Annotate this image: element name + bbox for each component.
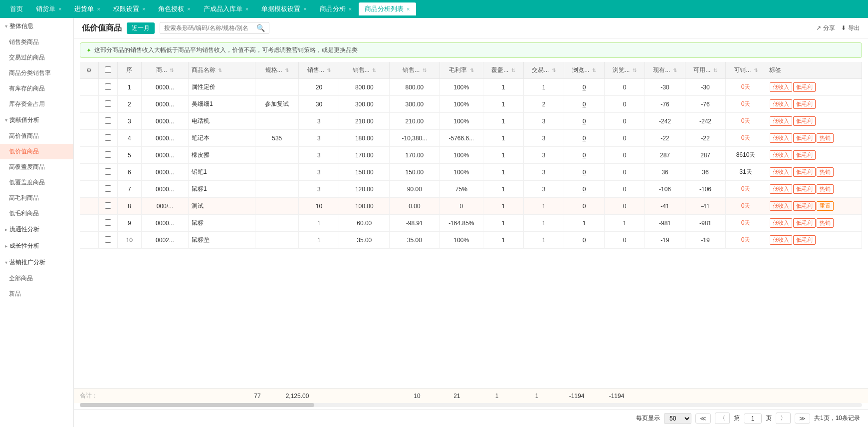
sidebar-section-marketing[interactable]: ▾ 营销推广分析	[0, 254, 73, 271]
row-browse1[interactable]: 0	[564, 96, 604, 113]
sidebar-section-overview[interactable]: ▾ 整体信息	[0, 18, 73, 34]
col-header-browse2[interactable]: 浏览... ⇅	[604, 62, 645, 79]
row-check[interactable]	[99, 130, 118, 147]
row-checkbox[interactable]	[105, 236, 111, 243]
prev-page-button[interactable]: 〈	[715, 413, 730, 424]
gear-icon[interactable]: ⚙	[86, 67, 92, 74]
row-check[interactable]	[99, 198, 118, 215]
page-size-select[interactable]: 50 100 200	[664, 413, 691, 424]
nav-home[interactable]: 首页	[4, 2, 29, 15]
row-checkbox[interactable]	[105, 134, 111, 141]
browse-link[interactable]: 0	[583, 203, 586, 210]
nav-warehouse-close[interactable]: ×	[245, 6, 248, 12]
nav-analysis[interactable]: 商品分析 ×	[314, 2, 358, 15]
row-check[interactable]	[99, 79, 118, 96]
sidebar-item-category-sales[interactable]: 商品分类销售率	[0, 65, 73, 81]
sidebar-item-all-goods[interactable]: 全部商品	[0, 271, 73, 286]
sidebar-item-stock-goods[interactable]: 有库存的商品	[0, 81, 73, 96]
col-header-name[interactable]: 商品名称 ⇅	[188, 62, 255, 79]
nav-role-close[interactable]: ×	[187, 6, 190, 12]
nav-analysis-list[interactable]: 商品分析列表 ×	[359, 2, 416, 15]
col-header-amount[interactable]: 销售... ⇅	[339, 62, 390, 79]
scrollbar-thumb[interactable]	[80, 403, 314, 407]
col-header-gear[interactable]: ⚙	[80, 62, 99, 79]
nav-purchase[interactable]: 进货单 ×	[68, 2, 106, 15]
col-header-salable[interactable]: 可销... ⇅	[725, 62, 766, 79]
row-checkbox[interactable]	[105, 83, 111, 90]
nav-analysis-list-close[interactable]: ×	[407, 6, 410, 12]
nav-role[interactable]: 角色授权 ×	[152, 2, 196, 15]
nav-template-close[interactable]: ×	[303, 6, 306, 12]
search-input[interactable]	[164, 24, 254, 31]
col-header-gross[interactable]: 毛利率 ⇅	[439, 62, 483, 79]
browse-link[interactable]: 1	[583, 220, 586, 227]
row-checkbox[interactable]	[105, 202, 111, 209]
browse-link[interactable]: 0	[583, 84, 586, 91]
row-browse1[interactable]: 0	[564, 113, 604, 130]
col-header-stock[interactable]: 现有... ⇅	[645, 62, 685, 79]
browse-link[interactable]: 0	[583, 152, 586, 159]
browse-link[interactable]: 0	[583, 135, 586, 142]
nav-analysis-close[interactable]: ×	[349, 6, 352, 12]
col-header-spec[interactable]: 规格... ⇅	[255, 62, 299, 79]
first-page-button[interactable]: ≪	[695, 414, 711, 424]
browse-link[interactable]: 0	[583, 237, 586, 244]
row-browse1[interactable]: 0	[564, 232, 604, 249]
row-browse1[interactable]: 0	[564, 79, 604, 96]
row-check[interactable]	[99, 96, 118, 113]
sidebar-section-liquidity[interactable]: ▸ 流通性分析	[0, 221, 73, 238]
col-header-qty[interactable]: 销售... ⇅	[299, 62, 339, 79]
export-button[interactable]: ⬇ 导出	[841, 24, 860, 32]
row-browse1[interactable]: 0	[564, 130, 604, 147]
next-page-button[interactable]: 〉	[776, 413, 791, 424]
browse-link[interactable]: 0	[583, 101, 586, 108]
col-header-coverage[interactable]: 覆盖... ⇅	[483, 62, 523, 79]
col-header-available[interactable]: 可用... ⇅	[685, 62, 725, 79]
row-checkbox[interactable]	[105, 117, 111, 124]
sidebar-item-sales-goods[interactable]: 销售类商品	[0, 34, 73, 50]
search-icon[interactable]: 🔍	[256, 24, 265, 32]
row-check[interactable]	[99, 113, 118, 130]
row-checkbox[interactable]	[105, 100, 111, 107]
horizontal-scrollbar[interactable]	[80, 403, 862, 407]
row-check[interactable]	[99, 215, 118, 232]
row-browse1[interactable]: 0	[564, 147, 604, 164]
browse-link[interactable]: 0	[583, 186, 586, 193]
page-number-input[interactable]	[744, 414, 762, 424]
row-browse1[interactable]: 0	[564, 198, 604, 215]
nav-warehouse[interactable]: 产成品入库单 ×	[198, 2, 254, 15]
col-header-check[interactable]	[99, 62, 118, 79]
row-browse1[interactable]: 0	[564, 164, 604, 181]
row-check[interactable]	[99, 164, 118, 181]
col-header-code[interactable]: 商... ⇅	[141, 62, 188, 79]
sidebar-item-low-coverage[interactable]: 低覆盖度商品	[0, 175, 73, 190]
browse-link[interactable]: 0	[583, 118, 586, 125]
share-button[interactable]: ↗ 分享	[816, 24, 835, 32]
nav-template[interactable]: 单据模板设置 ×	[255, 2, 312, 15]
col-header-avg[interactable]: 销售... ⇅	[390, 62, 440, 79]
sidebar-item-stock-capital[interactable]: 库存资金占用	[0, 96, 73, 112]
sidebar-item-high-margin[interactable]: 高毛利商品	[0, 190, 73, 206]
sidebar-item-low-margin[interactable]: 低毛利商品	[0, 206, 73, 221]
select-all-checkbox[interactable]	[105, 66, 111, 73]
row-checkbox[interactable]	[105, 151, 111, 158]
nav-sales-close[interactable]: ×	[58, 6, 61, 12]
time-filter-button[interactable]: 近一月	[127, 22, 155, 34]
row-check[interactable]	[99, 147, 118, 164]
sidebar-item-traded-goods[interactable]: 交易过的商品	[0, 50, 73, 65]
row-checkbox[interactable]	[105, 219, 111, 226]
col-header-browse1[interactable]: 浏览... ⇅	[564, 62, 604, 79]
sidebar-section-contribution[interactable]: ▾ 贡献值分析	[0, 112, 73, 128]
row-browse1[interactable]: 0	[564, 181, 604, 198]
row-checkbox[interactable]	[105, 185, 111, 192]
row-checkbox[interactable]	[105, 168, 111, 175]
sidebar-item-high-value[interactable]: 高价值商品	[0, 128, 73, 144]
row-browse1[interactable]: 1	[564, 215, 604, 232]
sidebar-section-growth[interactable]: ▸ 成长性分析	[0, 238, 73, 254]
col-header-trade[interactable]: 交易... ⇅	[523, 62, 564, 79]
nav-permission[interactable]: 权限设置 ×	[107, 2, 151, 15]
sidebar-item-low-value[interactable]: 低价值商品	[0, 144, 73, 159]
last-page-button[interactable]: ≫	[795, 414, 810, 424]
row-check[interactable]	[99, 232, 118, 249]
nav-permission-close[interactable]: ×	[142, 6, 145, 12]
